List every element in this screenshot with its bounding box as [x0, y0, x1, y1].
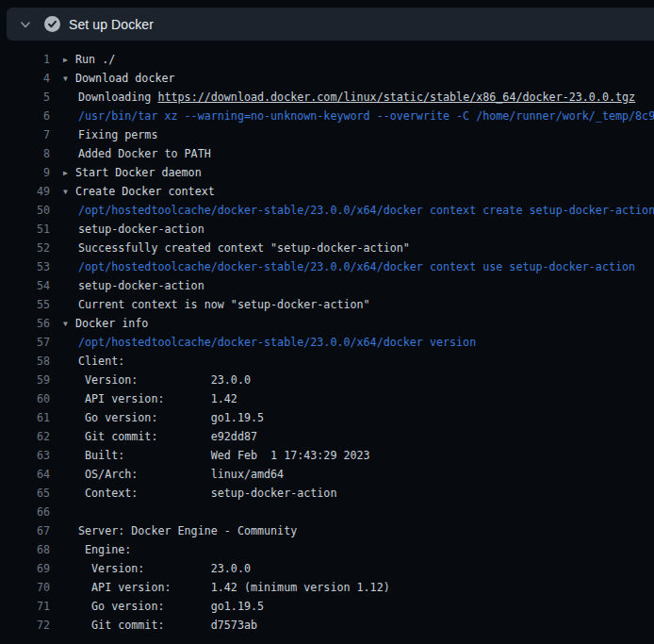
text-row: Client:: [60, 355, 124, 368]
line-number[interactable]: 1: [0, 53, 50, 66]
line-number[interactable]: 64: [0, 468, 50, 481]
group-row: ▼Docker info: [60, 317, 148, 330]
log-text: API version: 1.42: [78, 392, 237, 405]
line-number[interactable]: 65: [0, 487, 50, 500]
group-expanded-toggle-icon[interactable]: ▼: [60, 74, 75, 83]
chevron-down-icon[interactable]: [16, 18, 35, 31]
line-number[interactable]: 59: [0, 373, 50, 387]
log-line: 60 API version: 1.42: [0, 389, 654, 408]
step-header[interactable]: Set up Docker: [7, 8, 654, 41]
log-line: 58Client:: [0, 352, 654, 371]
log-line: 53/opt/hostedtoolcache/docker-stable/23.…: [0, 257, 654, 276]
log-line: 57/opt/hostedtoolcache/docker-stable/23.…: [0, 333, 654, 352]
log-line: 52Successfully created context "setup-do…: [0, 239, 654, 257]
command-row: /opt/hostedtoolcache/docker-stable/23.0.…: [60, 260, 635, 273]
log-line: 7Fixing perms: [0, 125, 654, 144]
log-text: Go version: go1.19.5: [78, 600, 264, 613]
line-number[interactable]: 54: [0, 279, 50, 292]
group-row: ▼Create Docker context: [60, 185, 215, 198]
log-line: 61 Go version: go1.19.5: [0, 408, 654, 427]
group-title[interactable]: Create Docker context: [75, 185, 215, 198]
log-text: OS/Arch: linux/amd64: [78, 468, 284, 481]
line-number[interactable]: 62: [0, 430, 50, 443]
log-text: Successfully created context "setup-dock…: [78, 241, 410, 255]
text-row: Go version: go1.19.5: [60, 411, 264, 424]
log-line: 9▶Start Docker daemon: [0, 163, 654, 182]
log-line: 72 Git commit: d7573ab: [0, 616, 654, 635]
line-number[interactable]: 67: [0, 524, 50, 537]
group-collapsed-toggle-icon[interactable]: ▶: [60, 169, 75, 177]
line-number[interactable]: 50: [0, 204, 50, 217]
text-row: setup-docker-action: [60, 223, 204, 236]
log-line: 68 Engine:: [0, 540, 654, 559]
log-text: Git commit: e92dd87: [78, 430, 257, 443]
log-line: 8Added Docker to PATH: [0, 144, 654, 163]
log-text: Fixing perms: [78, 128, 157, 141]
text-row: setup-docker-action: [60, 279, 204, 292]
log-line: 70 API version: 1.42 (minimum version 1.…: [0, 578, 654, 597]
log-line: 62 Git commit: e92dd87: [0, 427, 654, 446]
log-line: 59 Version: 23.0.0: [0, 371, 654, 389]
log-line: 51setup-docker-action: [0, 220, 654, 239]
check-circle-icon: [42, 16, 61, 32]
text-with-link-row: Downloading https://download.docker.com/…: [60, 91, 635, 104]
line-number[interactable]: 72: [0, 619, 50, 632]
log-line: 56▼Docker info: [0, 314, 654, 333]
text-row: Server: Docker Engine - Community: [60, 524, 297, 537]
log-text: Engine:: [78, 543, 131, 556]
line-number[interactable]: 68: [0, 543, 50, 556]
log-url-link[interactable]: https://download.docker.com/linux/static…: [157, 91, 635, 104]
line-number[interactable]: 9: [0, 166, 50, 179]
text-row: OS/Arch: linux/amd64: [60, 468, 284, 481]
text-row: Engine:: [60, 543, 131, 556]
line-number[interactable]: 66: [0, 505, 50, 519]
command-row: /opt/hostedtoolcache/docker-stable/23.0.…: [60, 204, 654, 217]
line-number[interactable]: 56: [0, 317, 50, 330]
group-expanded-toggle-icon[interactable]: ▼: [60, 320, 75, 328]
line-number[interactable]: 60: [0, 392, 50, 405]
text-row: Current context is now "setup-docker-act…: [60, 298, 370, 311]
log-text: Go version: go1.19.5: [78, 411, 264, 424]
line-number[interactable]: 55: [0, 298, 50, 311]
line-number[interactable]: 8: [0, 147, 50, 160]
group-title[interactable]: Start Docker daemon: [75, 166, 202, 179]
group-title[interactable]: Run ./: [75, 53, 115, 66]
log-line: 65 Context: setup-docker-action: [0, 484, 654, 503]
log-text: Added Docker to PATH: [78, 147, 211, 160]
line-number[interactable]: 6: [0, 109, 50, 123]
text-row: Go version: go1.19.5: [60, 600, 264, 613]
line-number[interactable]: 63: [0, 449, 50, 462]
line-number[interactable]: 69: [0, 562, 50, 575]
log-area: 1▶Run ./4▼Download docker5Downloading ht…: [0, 41, 654, 644]
line-number[interactable]: 71: [0, 600, 50, 613]
log-line: 5Downloading https://download.docker.com…: [0, 88, 654, 107]
line-number[interactable]: 7: [0, 128, 50, 141]
line-number[interactable]: 51: [0, 223, 50, 236]
command-text: /opt/hostedtoolcache/docker-stable/23.0.…: [78, 260, 635, 273]
line-number[interactable]: 57: [0, 336, 50, 349]
log-line: 64 OS/Arch: linux/amd64: [0, 465, 654, 484]
text-row: Fixing perms: [60, 128, 157, 141]
log-text: setup-docker-action: [78, 279, 204, 292]
group-expanded-toggle-icon[interactable]: ▼: [60, 188, 75, 196]
command-text: /usr/bin/tar xz --warning=no-unknown-key…: [78, 109, 654, 123]
group-title[interactable]: Docker info: [75, 317, 148, 330]
command-text: /opt/hostedtoolcache/docker-stable/23.0.…: [78, 204, 654, 217]
line-number[interactable]: 5: [0, 91, 50, 104]
line-number[interactable]: 4: [0, 72, 50, 85]
log-line: 71 Go version: go1.19.5: [0, 597, 654, 616]
line-number[interactable]: 58: [0, 355, 50, 368]
line-number[interactable]: 53: [0, 260, 50, 273]
line-number[interactable]: 49: [0, 185, 50, 198]
step-title: Set up Docker: [69, 17, 154, 32]
group-title[interactable]: Download docker: [75, 72, 175, 85]
group-row: ▶Run ./: [60, 53, 115, 66]
line-number[interactable]: 52: [0, 241, 50, 255]
text-row: Git commit: e92dd87: [60, 430, 257, 443]
line-number[interactable]: 70: [0, 581, 50, 594]
group-collapsed-toggle-icon[interactable]: ▶: [60, 56, 75, 64]
line-number[interactable]: 61: [0, 411, 50, 424]
log-line: 50/opt/hostedtoolcache/docker-stable/23.…: [0, 201, 654, 220]
text-row: API version: 1.42: [60, 392, 237, 405]
log-text: Built: Wed Feb 1 17:43:29 2023: [78, 449, 370, 462]
